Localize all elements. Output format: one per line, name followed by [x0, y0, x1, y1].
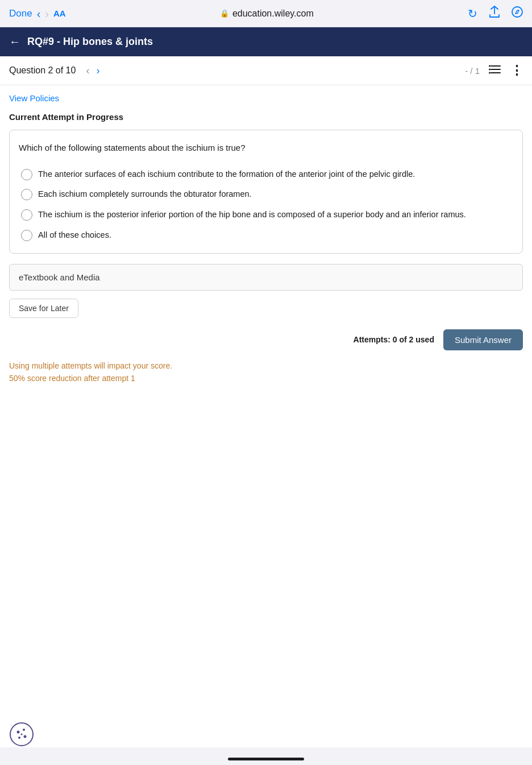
submit-row: Attempts: 0 of 2 used Submit Answer: [9, 329, 523, 350]
svg-point-6: [489, 72, 491, 73]
next-question-button[interactable]: ›: [93, 65, 103, 77]
forward-arrow-button[interactable]: ›: [45, 8, 49, 19]
share-icon[interactable]: [489, 6, 500, 21]
lock-icon: 🔒: [220, 9, 229, 18]
prev-question-button[interactable]: ‹: [82, 65, 93, 77]
etextbook-button[interactable]: eTextbook and Media: [9, 264, 523, 291]
browser-actions: ↻: [468, 6, 523, 21]
warning-line-1: Using multiple attempts will impact your…: [9, 359, 523, 372]
option-text-1: The anterior surfaces of each ischium co…: [38, 168, 415, 181]
warning-line-2: 50% score reduction after attempt 1: [9, 372, 523, 384]
radio-button-4[interactable]: [21, 230, 32, 241]
answer-option-3[interactable]: The ischium is the posterior inferior po…: [21, 209, 513, 221]
compass-icon[interactable]: [512, 6, 523, 20]
view-policies-link[interactable]: View Policies: [9, 85, 523, 106]
option-text-4: All of these choices.: [38, 229, 111, 242]
attempts-label: Attempts: 0 of 2 used: [354, 335, 434, 344]
answer-option-4[interactable]: All of these choices.: [21, 229, 513, 242]
option-text-2: Each ischium completely surrounds the ob…: [38, 188, 252, 201]
svg-point-12: [21, 734, 23, 735]
more-options-icon[interactable]: ⋮: [510, 63, 523, 78]
page-title: RQ#9 - Hip bones & joints: [27, 36, 153, 48]
svg-point-11: [18, 737, 20, 739]
url-text: education.wiley.com: [232, 9, 314, 19]
radio-button-1[interactable]: [21, 169, 32, 180]
back-arrow-button[interactable]: ‹: [37, 8, 41, 19]
text-size-button[interactable]: AA: [53, 9, 66, 18]
refresh-icon[interactable]: ↻: [468, 7, 477, 20]
question-nav-bar: Question 2 of 10 ‹ › - / 1 ⋮: [0, 56, 532, 85]
cookie-button[interactable]: [9, 722, 34, 749]
svg-point-0: [512, 7, 522, 17]
answer-options: The anterior surfaces of each ischium co…: [19, 168, 513, 242]
radio-button-2[interactable]: [21, 189, 32, 200]
svg-point-8: [17, 731, 20, 734]
main-content: Question 2 of 10 ‹ › - / 1 ⋮ View Polici…: [0, 56, 532, 747]
question-text: Which of the following statements about …: [19, 142, 513, 155]
question-counter: Question 2 of 10: [9, 65, 76, 76]
question-area: View Policies Current Attempt in Progres…: [0, 85, 532, 384]
save-later-button[interactable]: Save for Later: [9, 299, 78, 318]
browser-nav: Done ‹ › AA: [9, 8, 66, 19]
attempt-status-label: Current Attempt in Progress: [9, 106, 523, 130]
svg-point-5: [489, 68, 491, 70]
browser-bar: Done ‹ › AA 🔒 education.wiley.com ↻: [0, 0, 532, 27]
done-button[interactable]: Done: [9, 8, 32, 19]
header-back-button[interactable]: ←: [9, 35, 20, 48]
question-box: Which of the following statements about …: [9, 130, 523, 254]
submit-answer-button[interactable]: Submit Answer: [443, 329, 523, 350]
svg-point-10: [24, 735, 27, 738]
warning-text: Using multiple attempts will impact your…: [9, 359, 523, 385]
answer-option-1[interactable]: The anterior surfaces of each ischium co…: [21, 168, 513, 181]
option-text-3: The ischium is the posterior inferior po…: [38, 209, 466, 221]
home-indicator: [228, 758, 304, 760]
list-icon[interactable]: [489, 64, 501, 77]
svg-point-4: [489, 65, 491, 67]
radio-button-3[interactable]: [21, 209, 32, 221]
svg-point-9: [23, 729, 25, 731]
question-nav-right: - / 1 ⋮: [465, 63, 523, 78]
page-header: ← RQ#9 - Hip bones & joints: [0, 27, 532, 56]
answer-option-2[interactable]: Each ischium completely surrounds the ob…: [21, 188, 513, 201]
url-bar: 🔒 education.wiley.com: [220, 9, 314, 19]
score-display: - / 1: [465, 66, 480, 76]
